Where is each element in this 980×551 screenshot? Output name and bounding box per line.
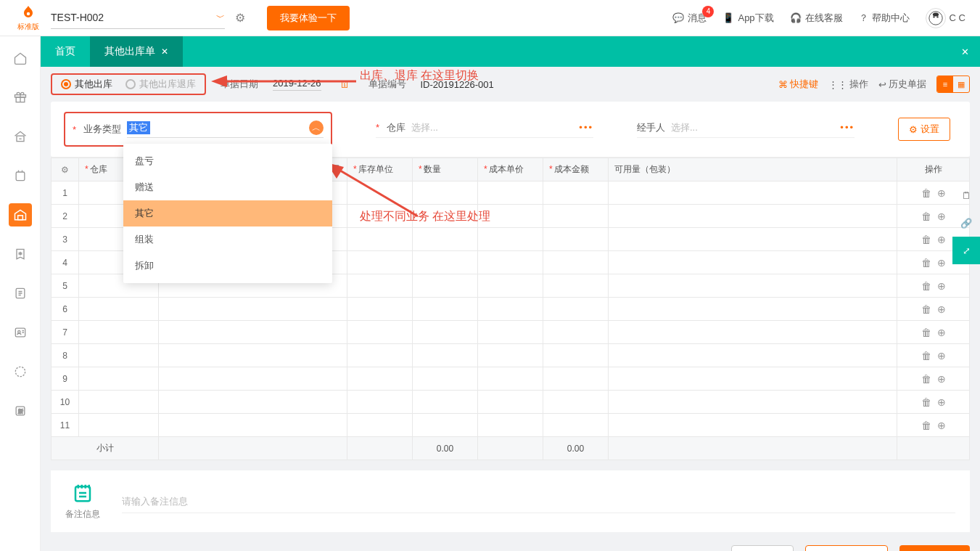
row-index: 1 (52, 181, 79, 205)
try-button[interactable]: 我要体验一下 (267, 6, 350, 30)
help-link[interactable]: ？ 帮助中心 (859, 12, 910, 25)
shortcut-link[interactable]: ⌘ 快捷键 (778, 78, 818, 91)
table-row[interactable]: 6🗑⊕ (52, 298, 970, 321)
form-right-tools: ⌘ 快捷键 ⋮⋮ 操作 ↩ 历史单据 ≡ ▦ (778, 75, 970, 93)
history-link[interactable]: ↩ 历史单据 (878, 78, 926, 91)
delete-icon[interactable]: 🗑 (921, 350, 931, 362)
nav-gift[interactable] (9, 86, 32, 109)
add-row-icon[interactable]: ⊕ (937, 187, 946, 199)
remarks-input[interactable] (122, 490, 955, 513)
row-index: 3 (52, 228, 79, 251)
radio-outbound[interactable]: 其他出库 (61, 78, 112, 91)
table-row[interactable]: 10🗑⊕ (52, 391, 970, 414)
radio-dot-icon (125, 79, 136, 89)
add-row-icon[interactable]: ⊕ (937, 373, 946, 385)
delete-icon[interactable]: 🗑 (921, 280, 931, 292)
dropdown-option[interactable]: 赠送 (123, 174, 332, 200)
brand-label: 标准版 (17, 22, 39, 32)
add-row-icon[interactable]: ⊕ (937, 396, 946, 408)
remarks-label: 备注信息 (65, 508, 100, 521)
page-area: 出库、退库 在这里切换 其他出库 其他出库退库 单据日期 2019-12-26 … (41, 67, 980, 551)
add-row-icon[interactable]: ⊕ (937, 234, 946, 245)
add-row-icon[interactable]: ⊕ (937, 420, 946, 431)
gear-icon[interactable]: ⚙ (235, 11, 245, 25)
handler-label: 经手人 (637, 121, 665, 134)
phone-icon: 📱 (722, 12, 734, 23)
tab-other-outbound[interactable]: 其他出库单 ✕ (90, 36, 183, 67)
rail-expand-icon[interactable]: ⤢ (952, 237, 980, 264)
delete-icon[interactable]: 🗑 (921, 257, 931, 269)
dropdown-option[interactable]: 拆卸 (123, 253, 332, 279)
nav-contacts[interactable] (9, 321, 32, 344)
delete-icon[interactable]: 🗑 (921, 373, 931, 385)
operate-link[interactable]: ⋮⋮ 操作 (828, 78, 868, 91)
col-amount: *成本金额 (543, 158, 609, 181)
delete-icon[interactable]: 🗑 (921, 327, 931, 338)
delete-icon[interactable]: 🗑 (921, 396, 931, 408)
svg-point-3 (936, 16, 938, 17)
nav-new[interactable]: 新 (9, 399, 32, 423)
save-button[interactable]: 保存▾ (899, 545, 970, 551)
required-star-icon: * (73, 124, 76, 135)
radio-dot-icon (61, 79, 71, 89)
row-index: 5 (52, 274, 79, 298)
table-row[interactable]: 11🗑⊕ (52, 414, 970, 437)
add-row-icon[interactable]: ⊕ (937, 257, 946, 269)
warehouse-placeholder: 选择... (411, 121, 438, 134)
add-row-icon[interactable]: ⊕ (937, 280, 946, 292)
save-draft-button[interactable]: 保存草稿 (805, 545, 888, 551)
rail-note-icon[interactable]: 🗒 (952, 181, 980, 209)
dropdown-option[interactable]: 组装 (123, 226, 332, 253)
warehouse-select[interactable]: * 仓库 选择... ••• (376, 121, 593, 138)
row-ops: 🗑⊕ (897, 344, 970, 367)
delete-icon[interactable]: 🗑 (921, 211, 931, 222)
settings-button[interactable]: ⚙ 设置 (898, 118, 950, 141)
user-menu[interactable]: C C (926, 8, 965, 28)
tabs-strip: 首页 其他出库单 ✕ ✕ (41, 36, 980, 67)
more-icon[interactable]: ••• (579, 122, 593, 133)
col-qty: *数量 (413, 158, 478, 181)
col-settings[interactable]: ⚙ (52, 158, 79, 181)
messages-link[interactable]: 💬 消息 4 (672, 12, 707, 25)
close-icon[interactable]: ✕ (161, 46, 168, 57)
date-value[interactable]: 2019-12-26 (273, 78, 321, 91)
tab-home[interactable]: 首页 (41, 36, 90, 67)
col-avail: 可用量（包装） (609, 158, 897, 181)
table-row[interactable]: 7🗑⊕ (52, 321, 970, 344)
biz-type-select[interactable]: 其它 ︿ (127, 121, 324, 138)
delete-icon[interactable]: 🗑 (921, 420, 931, 431)
form-top-row: 其他出库 其他出库退库 单据日期 2019-12-26 🗓 单据编号 ID-20… (51, 67, 970, 102)
nav-purchase[interactable] (9, 125, 32, 148)
radio-return[interactable]: 其他出库退库 (125, 78, 196, 91)
calendar-icon[interactable]: 🗓 (340, 79, 350, 90)
delete-icon[interactable]: 🗑 (921, 303, 931, 315)
add-row-icon[interactable]: ⊕ (937, 327, 946, 338)
remarks-card: 备注信息 (51, 470, 970, 532)
row-ops: 🗑⊕ (897, 367, 970, 391)
nav-sales[interactable] (9, 164, 32, 187)
discard-button[interactable]: 放弃 (731, 545, 794, 551)
add-row-icon[interactable]: ⊕ (937, 350, 946, 362)
delete-icon[interactable]: 🗑 (921, 234, 931, 245)
view-list[interactable]: ≡ (937, 76, 953, 92)
org-select[interactable]: TEST-H002 ﹀ (51, 7, 225, 29)
table-row[interactable]: 8🗑⊕ (52, 344, 970, 367)
dropdown-option[interactable]: 盘亏 (123, 148, 332, 174)
handler-select[interactable]: 经手人 选择... ••• (637, 121, 855, 138)
dropdown-option-selected[interactable]: 其它 (123, 200, 332, 226)
add-row-icon[interactable]: ⊕ (937, 303, 946, 315)
app-download-link[interactable]: 📱 App下载 (722, 12, 773, 25)
svg-text:新: 新 (17, 409, 22, 414)
nav-home[interactable] (9, 46, 32, 70)
add-row-icon[interactable]: ⊕ (937, 211, 946, 222)
delete-icon[interactable]: 🗑 (921, 187, 931, 199)
table-row[interactable]: 9🗑⊕ (52, 367, 970, 391)
nav-sync[interactable] (9, 360, 32, 383)
nav-report[interactable] (9, 282, 32, 305)
support-link[interactable]: 🎧 在线客服 (790, 12, 843, 25)
required-star-icon: * (376, 122, 379, 133)
nav-inventory[interactable] (9, 203, 32, 226)
rail-link-icon[interactable]: 🔗 (952, 209, 980, 237)
nav-finance[interactable] (9, 242, 32, 266)
more-icon[interactable]: ••• (840, 122, 855, 133)
